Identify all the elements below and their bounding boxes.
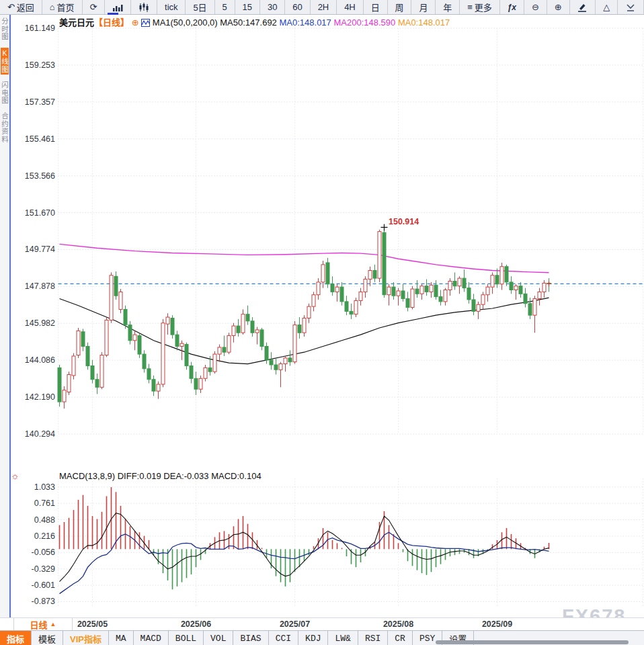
macd-axis-label: 0.761	[13, 499, 55, 508]
refresh-button[interactable]: ⟳	[83, 0, 106, 14]
zoom-in-button-icon: ⊕	[555, 3, 562, 11]
ma-chart-icon[interactable]	[141, 19, 150, 29]
price-axis-label: 149.774	[13, 245, 55, 254]
tab-macd[interactable]: MACD	[134, 631, 169, 645]
home-button[interactable]: ⌂首页	[42, 0, 83, 14]
tab-ma[interactable]: MA	[109, 631, 134, 645]
dea-value: DEA:-0.033	[163, 471, 208, 481]
ma200-value: MA200:148.590	[333, 17, 395, 28]
sidebar-item-lightning-chart[interactable]: 闪电图	[1, 80, 9, 106]
interval-15m[interactable]: 15	[235, 0, 260, 14]
high-price-annotation: 150.914	[389, 217, 419, 226]
more-menu-button[interactable]: ≡更多	[460, 0, 499, 14]
macd-params-label: MACD(13,8,9)	[59, 471, 115, 481]
interval-month-label: 月	[419, 1, 428, 13]
time-axis-label: 2025/08	[383, 619, 413, 629]
tab-rsi[interactable]: RSI	[358, 631, 388, 645]
indicator-settings-icon[interactable]: ☼	[11, 470, 19, 481]
top-toolbar: ↶返回⌂首页⟳tick5日51530602H4H日周月年≡更多ƒx⊖⊕△	[0, 0, 644, 15]
interval-5m-label: 5	[223, 2, 227, 12]
price-axis-label: 140.294	[13, 429, 55, 439]
macd-header: MACD(13,8,9) DIFF:0.019 DEA:-0.033 MACD:…	[59, 471, 261, 481]
interval-day[interactable]: 日	[364, 0, 388, 14]
interval-15m-label: 15	[243, 2, 252, 12]
price-axis-label: 145.982	[13, 318, 55, 328]
diff-value: DIFF:0.019	[118, 471, 161, 481]
period-tag: 【日线】	[94, 17, 129, 28]
interval-2h[interactable]: 2H	[311, 0, 337, 14]
back-button[interactable]: ↶返回	[0, 0, 42, 14]
zoom-out-button-icon: ⊖	[532, 3, 539, 11]
back-button-label: 返回	[17, 1, 34, 13]
tab-vol[interactable]: VOL	[204, 631, 233, 645]
period-arrow-icon: ▲	[50, 621, 56, 628]
bar-chart-type-button-icon	[112, 3, 123, 12]
price-axis-label: 157.357	[13, 97, 55, 107]
triangle-tool-button[interactable]: △	[596, 0, 618, 14]
tab-bias[interactable]: BIAS	[233, 631, 268, 645]
zoom-out-button[interactable]: ⊖	[524, 0, 547, 14]
horizontal-scrollbar[interactable]	[436, 640, 629, 644]
interval-week-label: 周	[395, 1, 404, 13]
interval-tick-label: tick	[165, 2, 178, 12]
triangle-tool-button-icon: △	[603, 3, 610, 11]
tab-kdj[interactable]: KDJ	[298, 631, 328, 645]
interval-60m-label: 60	[292, 2, 302, 12]
time-axis-label: 2025/05	[77, 619, 108, 629]
fx-icon: ƒx	[508, 3, 516, 12]
price-axis-label: 151.670	[13, 208, 55, 218]
send-bottom-button-icon	[625, 3, 636, 12]
fx-indicator-button[interactable]: ƒx	[500, 0, 524, 14]
candle-chart-type-button[interactable]	[131, 0, 157, 14]
interval-5m[interactable]: 5	[215, 0, 235, 14]
macd-axis-label: 0.488	[13, 515, 55, 525]
tab-boll[interactable]: BOLL	[169, 631, 204, 645]
macd-axis-label: 1.033	[13, 482, 55, 492]
chart-canvas[interactable]	[0, 0, 644, 645]
more-menu-button-label: 更多	[475, 1, 492, 13]
candle-chart-type-button-icon	[138, 3, 149, 12]
interval-week[interactable]: 周	[388, 0, 412, 14]
interval-year[interactable]: 年	[436, 0, 460, 14]
interval-5d[interactable]: 5日	[186, 0, 214, 14]
interval-tick[interactable]: tick	[157, 0, 186, 14]
tab-lw[interactable]: LW&	[328, 631, 358, 645]
draw-pencil-button-icon	[577, 3, 588, 12]
sidebar-item-contract-info[interactable]: 合约资料	[1, 111, 9, 144]
time-axis-label: 2025/06	[181, 619, 211, 629]
ma0-blue-value: MA0:148.017	[279, 17, 331, 28]
interval-month[interactable]: 月	[411, 0, 436, 14]
tab-cr[interactable]: CR	[388, 631, 413, 645]
sidebar-item-time-chart[interactable]: 分时图	[1, 16, 9, 42]
home-button-label: 首页	[57, 1, 75, 13]
bar-chart-type-button[interactable]	[105, 0, 131, 14]
more-menu-button-icon: ≡	[467, 3, 473, 11]
sidebar-item-kline-chart[interactable]: K线图	[1, 48, 9, 75]
macd-axis-label: -0.056	[13, 548, 55, 557]
tab-templates[interactable]: 模板	[32, 631, 63, 645]
add-overlay-icon[interactable]: ⊕	[132, 17, 139, 28]
price-axis-label: 161.149	[13, 24, 55, 33]
interval-60m[interactable]: 60	[285, 0, 310, 14]
refresh-button-icon: ⟳	[89, 3, 97, 11]
period-selector[interactable]: 日线 ▲	[13, 618, 73, 630]
zoom-in-button[interactable]: ⊕	[547, 0, 570, 14]
send-bottom-button[interactable]	[618, 0, 644, 14]
interval-2h-label: 2H	[318, 2, 329, 12]
tab-cci[interactable]: CCI	[269, 631, 298, 645]
macd-value: MACD:0.104	[211, 471, 261, 481]
price-axis-label: 142.190	[13, 392, 55, 402]
price-axis-label: 147.878	[13, 282, 55, 291]
time-axis-label: 2025/09	[482, 619, 512, 629]
tab-vip-indicators[interactable]: VIP指标	[63, 631, 109, 645]
interval-30m[interactable]: 30	[260, 0, 285, 14]
interval-4h[interactable]: 4H	[337, 0, 364, 14]
price-axis-label: 144.086	[13, 355, 55, 365]
price-axis-label: 159.253	[13, 60, 55, 70]
left-sidebar: 分时图K线图闪电图合约资料	[0, 14, 11, 619]
tab-indicators[interactable]: 指标	[0, 631, 32, 645]
home-button-icon: ⌂	[50, 3, 55, 11]
back-button-icon: ↶	[7, 3, 15, 11]
period-label: 日线	[30, 618, 48, 631]
draw-pencil-button[interactable]	[570, 0, 596, 14]
